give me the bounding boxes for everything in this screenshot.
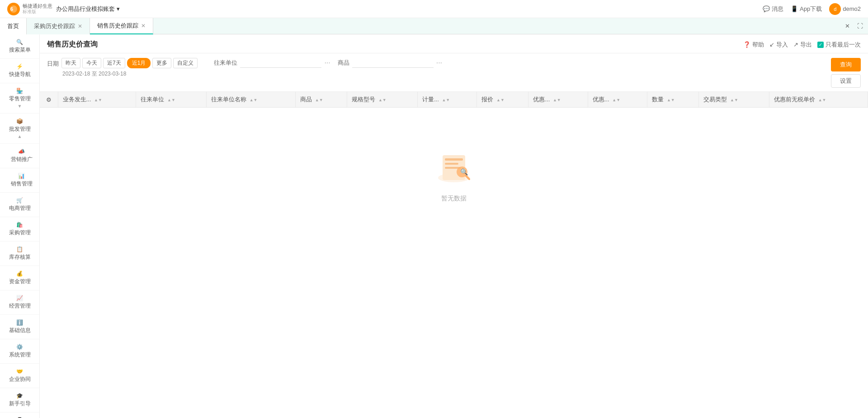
date-filter-group: 日期 昨天 今天 近7天 近1月 更多 自定义 2023-02-18 至 202… (47, 58, 198, 78)
date-btn-1month[interactable]: 近1月 (127, 58, 151, 68)
sidebar-item-app-center[interactable]: 📱 应用中心 (0, 413, 39, 418)
sort-pretax-price: ▲▼ (818, 98, 826, 102)
sort-discount1: ▲▼ (553, 98, 561, 102)
col-discount1[interactable]: 优惠... ▲▼ (528, 92, 588, 108)
ecommerce-icon: 🛒 (16, 197, 23, 204)
col-spec[interactable]: 规格型号 ▲▼ (347, 92, 418, 108)
col-discount2[interactable]: 优惠... ▲▼ (588, 92, 647, 108)
date-btns-row: 昨天 今天 近7天 近1月 更多 自定义 (61, 58, 198, 68)
page-title: 销售历史价查询 (47, 40, 98, 49)
partner-input[interactable] (240, 58, 321, 68)
col-pretax-price[interactable]: 优惠前无税单价 ▲▼ (769, 92, 868, 108)
table-header: ⚙ 业务发生... ▲▼ 往来单位 ▲▼ (40, 92, 868, 108)
help-icon: ❓ (743, 41, 750, 48)
date-range-display: 2023-02-18 至 2023-03-18 (61, 70, 198, 78)
sidebar-item-search[interactable]: 🔍 搜索菜单 (0, 34, 39, 59)
svg-rect-5 (445, 163, 458, 165)
col-trade-type[interactable]: 交易类型 ▲▼ (699, 92, 769, 108)
table-header-row: ⚙ 业务发生... ▲▼ 往来单位 ▲▼ (40, 92, 868, 108)
sidebar: 🔍 搜索菜单 ⚡ 快捷导航 🏪 零售管理 ▼ 📦 批发管理 ▲ 📣 营销推广 📊… (0, 34, 40, 418)
col-quantity[interactable]: 数量 ▲▼ (647, 92, 699, 108)
col-biz-date[interactable]: 业务发生... ▲▼ (58, 92, 136, 108)
close-sales-history-tab[interactable]: ✕ (141, 23, 146, 29)
sidebar-item-sales-mgmt[interactable]: 📊 销售管理 (0, 168, 39, 193)
date-btn-today[interactable]: 今天 (82, 58, 101, 68)
sidebar-item-enterprise[interactable]: 🤝 企业协同 (0, 364, 39, 388)
sidebar-item-wholesale[interactable]: 📦 批发管理 ▲ (0, 114, 39, 144)
export-btn[interactable]: ↗ 导出 (793, 41, 812, 49)
message-btn[interactable]: 💬 消息 (763, 5, 783, 13)
sidebar-item-inventory[interactable]: 📋 库存核算 (0, 242, 39, 266)
sort-biz-date: ▲▼ (94, 98, 102, 102)
sort-partner-name: ▲▼ (250, 98, 258, 102)
col-product[interactable]: 商品 ▲▼ (296, 92, 347, 108)
sort-quantity: ▲▼ (667, 98, 675, 102)
wholesale-arrow: ▲ (18, 134, 22, 139)
sidebar-item-basic-info[interactable]: ℹ️ 基础信息 (0, 315, 39, 339)
col-partner-code[interactable]: 往来单位 ▲▼ (136, 92, 207, 108)
settings-button[interactable]: 设置 (831, 74, 861, 88)
sidebar-item-retail[interactable]: 🏪 零售管理 ▼ (0, 83, 39, 114)
filter-area: 日期 昨天 今天 近7天 近1月 更多 自定义 2023-02-18 至 202… (40, 53, 868, 92)
sort-partner-code: ▲▼ (167, 98, 175, 102)
maximize-btn[interactable]: ⛶ (855, 22, 864, 31)
close-all-tabs-btn[interactable]: ✕ (843, 22, 852, 31)
tab-purchase-history[interactable]: 采购历史价跟踪 ✕ (27, 18, 90, 34)
col-partner-name[interactable]: 往来单位名称 ▲▼ (207, 92, 296, 108)
sort-quote: ▲▼ (496, 98, 505, 102)
sidebar-item-ecommerce[interactable]: 🛒 电商管理 (0, 193, 39, 217)
only-last-checkbox-label[interactable]: ✓ 只看最后一次 (817, 41, 861, 49)
sidebar-item-marketing[interactable]: 📣 营销推广 (0, 144, 39, 168)
data-table: ⚙ 业务发生... ▲▼ 往来单位 ▲▼ (40, 92, 868, 108)
tab-sales-history[interactable]: 销售历史价跟踪 ✕ (90, 18, 153, 34)
product-label: 商品 (338, 59, 349, 67)
sidebar-item-newbie[interactable]: 🎓 新手引导 (0, 388, 39, 413)
only-last-checkbox[interactable]: ✓ (817, 42, 824, 48)
logo-area: 6 畅捷通好生意 标准版 (7, 3, 52, 15)
help-btn[interactable]: ❓ 帮助 (743, 41, 764, 49)
date-btn-custom[interactable]: 自定义 (173, 58, 198, 68)
logo-text: 畅捷通好生意 标准版 (23, 3, 52, 14)
app-selector[interactable]: 办公用品行业模拟账套 ▾ (56, 5, 120, 13)
tab-home[interactable]: 首页 (0, 18, 27, 34)
top-header: 6 畅捷通好生意 标准版 办公用品行业模拟账套 ▾ 💬 消息 📱 App下载 d… (0, 0, 868, 18)
query-button[interactable]: 查询 (831, 58, 861, 71)
enterprise-icon: 🤝 (16, 368, 23, 375)
system-icon: ⚙️ (16, 344, 23, 350)
partner-dots-btn[interactable]: ··· (324, 59, 330, 67)
col-unit[interactable]: 计量... ▲▼ (417, 92, 476, 108)
partner-filter-group: 往来单位 ··· (214, 58, 330, 68)
user-menu[interactable]: d demo2 (829, 3, 861, 15)
sort-unit: ▲▼ (442, 98, 450, 102)
product-input[interactable] (352, 58, 434, 68)
logo-icon: 6 (7, 3, 20, 15)
sales-mgmt-icon: 📊 (18, 173, 25, 179)
export-icon: ↗ (793, 41, 798, 48)
import-icon: ↙ (769, 41, 774, 48)
product-dots-btn[interactable]: ··· (436, 59, 442, 67)
col-settings[interactable]: ⚙ (40, 92, 58, 108)
date-btn-yesterday[interactable]: 昨天 (61, 58, 80, 68)
sort-trade-type: ▲▼ (730, 98, 738, 102)
sidebar-item-quick-nav[interactable]: ⚡ 快捷导航 (0, 59, 39, 83)
quick-nav-icon: ⚡ (16, 63, 23, 70)
purchase-icon: 🛍️ (16, 222, 23, 228)
header-right: 💬 消息 📱 App下载 d demo2 (763, 3, 861, 15)
close-purchase-history-tab[interactable]: ✕ (78, 23, 82, 29)
search-icon: 🔍 (16, 39, 23, 45)
col-quote[interactable]: 报价 ▲▼ (477, 92, 528, 108)
sidebar-item-purchase[interactable]: 🛍️ 采购管理 (0, 217, 39, 242)
page-content: 销售历史价查询 ❓ 帮助 ↙ 导入 ↗ 导出 ✓ (40, 34, 868, 418)
date-btn-more[interactable]: 更多 (152, 58, 171, 68)
sidebar-item-operations[interactable]: 📈 经营管理 (0, 290, 39, 315)
svg-rect-4 (445, 158, 463, 161)
svg-text:🔍: 🔍 (460, 168, 468, 176)
sidebar-item-system[interactable]: ⚙️ 系统管理 (0, 339, 39, 364)
sort-product: ▲▼ (315, 98, 323, 102)
svg-text:6: 6 (10, 6, 13, 12)
sidebar-item-finance[interactable]: 💰 资金管理 (0, 266, 39, 290)
finance-icon: 💰 (16, 271, 23, 277)
date-btn-7days[interactable]: 近7天 (103, 58, 125, 68)
import-btn[interactable]: ↙ 导入 (769, 41, 788, 49)
app-download-btn[interactable]: 📱 App下载 (791, 5, 822, 13)
